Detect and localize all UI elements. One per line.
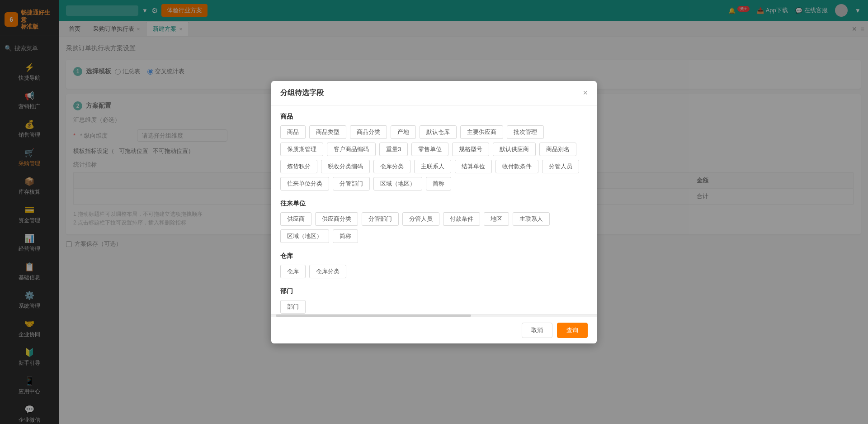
field-tag-partner-0[interactable]: 供应商 [280, 212, 311, 226]
field-tag-goods-1[interactable]: 商品类型 [309, 125, 346, 139]
field-group-warehouse-title: 仓库 [280, 252, 588, 260]
field-tag-partner-2[interactable]: 分管部门 [362, 212, 399, 226]
field-group-dept-title: 部门 [280, 287, 588, 295]
field-tags-goods: 商品 商品类型 商品分类 产地 默认仓库 主要供应商 批次管理 保质期管理 客户… [280, 125, 588, 191]
field-tag-partner-7[interactable]: 区域（地区） [280, 229, 329, 243]
field-tag-goods-16[interactable]: 仓库分类 [373, 160, 410, 173]
field-group-goods-title: 商品 [280, 113, 588, 121]
field-tag-dept-0[interactable]: 部门 [280, 300, 306, 314]
field-group-dept: 部门 部门 [280, 287, 588, 314]
field-tag-goods-19[interactable]: 收付款条件 [495, 160, 538, 173]
field-tag-warehouse-0[interactable]: 仓库 [280, 265, 306, 278]
field-tag-goods-10[interactable]: 零售单位 [411, 143, 448, 156]
field-tag-goods-21[interactable]: 往来单位分类 [280, 177, 329, 191]
field-tag-goods-5[interactable]: 主要供应商 [460, 125, 503, 139]
field-group-partner: 往来单位 供应商 供应商分类 分管部门 分管人员 付款条件 地区 主联系人 区域… [280, 200, 588, 243]
modal-cancel-button[interactable]: 取消 [522, 323, 552, 338]
modal-close-button[interactable]: × [583, 88, 588, 98]
modal-overlay: 分组待选字段 × 商品 商品 商品类型 商品分类 产地 默认仓库 主要供应商 批… [0, 0, 868, 424]
field-group-goods: 商品 商品 商品类型 商品分类 产地 默认仓库 主要供应商 批次管理 保质期管理… [280, 113, 588, 191]
field-tag-goods-15[interactable]: 税收分类编码 [321, 160, 370, 173]
modal-confirm-button[interactable]: 查询 [557, 323, 588, 338]
field-tags-dept: 部门 [280, 300, 588, 314]
field-tag-goods-24[interactable]: 简称 [426, 177, 451, 191]
field-tag-partner-6[interactable]: 主联系人 [513, 212, 550, 226]
field-tag-goods-2[interactable]: 商品分类 [350, 125, 387, 139]
field-tag-goods-23[interactable]: 区域（地区） [373, 177, 422, 191]
field-tags-warehouse: 仓库 仓库分类 [280, 265, 588, 278]
field-select-modal: 分组待选字段 × 商品 商品 商品类型 商品分类 产地 默认仓库 主要供应商 批… [271, 81, 597, 343]
field-tag-partner-4[interactable]: 付款条件 [443, 212, 480, 226]
field-tag-goods-17[interactable]: 主联系人 [414, 160, 451, 173]
field-tag-partner-5[interactable]: 地区 [484, 212, 509, 226]
field-tag-goods-7[interactable]: 保质期管理 [280, 143, 323, 156]
modal-hscroll-thumb [276, 314, 471, 317]
modal-horizontal-scrollbar[interactable] [271, 314, 597, 317]
modal-title: 分组待选字段 [280, 88, 324, 98]
field-tag-goods-4[interactable]: 默认仓库 [420, 125, 457, 139]
modal-body[interactable]: 商品 商品 商品类型 商品分类 产地 默认仓库 主要供应商 批次管理 保质期管理… [271, 105, 597, 314]
field-group-warehouse: 仓库 仓库 仓库分类 [280, 252, 588, 278]
field-tag-partner-1[interactable]: 供应商分类 [315, 212, 358, 226]
field-tag-goods-11[interactable]: 规格型号 [452, 143, 489, 156]
field-tags-partner: 供应商 供应商分类 分管部门 分管人员 付款条件 地区 主联系人 区域（地区） … [280, 212, 588, 243]
field-tag-goods-14[interactable]: 炼货积分 [280, 160, 317, 173]
field-tag-warehouse-1[interactable]: 仓库分类 [309, 265, 346, 278]
modal-header: 分组待选字段 × [271, 81, 597, 105]
modal-footer: 取消 查询 [271, 317, 597, 343]
field-tag-goods-9[interactable]: 重量3 [379, 143, 408, 156]
field-tag-goods-0[interactable]: 商品 [280, 125, 306, 139]
field-tag-goods-18[interactable]: 结算单位 [455, 160, 492, 173]
field-tag-goods-22[interactable]: 分管部门 [333, 177, 370, 191]
field-tag-goods-13[interactable]: 商品别名 [539, 143, 576, 156]
field-tag-goods-3[interactable]: 产地 [391, 125, 416, 139]
field-tag-goods-8[interactable]: 客户商品编码 [327, 143, 376, 156]
field-tag-goods-12[interactable]: 默认供应商 [493, 143, 536, 156]
field-tag-goods-20[interactable]: 分管人员 [542, 160, 579, 173]
field-tag-partner-3[interactable]: 分管人员 [402, 212, 439, 226]
field-group-partner-title: 往来单位 [280, 200, 588, 208]
field-tag-goods-6[interactable]: 批次管理 [507, 125, 544, 139]
field-tag-partner-8[interactable]: 简称 [333, 229, 358, 243]
